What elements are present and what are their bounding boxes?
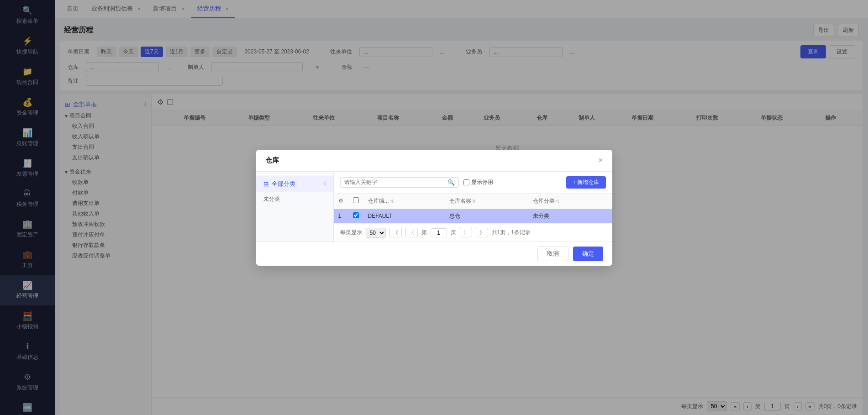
modal-overlay[interactable]: 仓库 × ⊞ 全部分类 《 未分类 xyxy=(0,0,868,415)
modal-pagination: 每页显示 50 《 〈 第 页 〉 》 共1页，1条记录 xyxy=(334,224,612,242)
modal-body: ⊞ 全部分类 《 未分类 🔍 显示停用 xyxy=(256,172,612,242)
modal-header: 仓库 × xyxy=(256,150,612,172)
modal-content: 🔍 显示停用 + 新增仓库 ⚙ xyxy=(334,172,612,242)
modal-page-label-2: 页 xyxy=(451,229,456,236)
modal-toolbar: 🔍 显示停用 + 新增仓库 xyxy=(334,172,612,194)
modal-grid-icon: ⊞ xyxy=(263,180,269,188)
add-warehouse-btn[interactable]: + 新增仓库 xyxy=(566,176,605,189)
modal-row-name: 总仓 xyxy=(445,209,528,223)
modal-warehouse-table: ⚙ 仓库编...⇅ 仓库名称⇅ 仓库分类⇅ xyxy=(334,194,612,224)
modal-cancel-btn[interactable]: 取消 xyxy=(537,247,568,261)
modal-col-checkbox xyxy=(348,194,363,209)
modal-search-input[interactable] xyxy=(344,179,445,185)
modal-page-size-label: 每页显示 xyxy=(340,229,362,236)
table-row[interactable]: 1 DEFAULT 总仓 未分类 xyxy=(334,209,612,223)
modal-sidebar-collapse-icon[interactable]: 《 xyxy=(321,180,326,187)
modal-col-settings: ⚙ xyxy=(334,194,348,209)
modal-total-text: 共1页，1条记录 xyxy=(492,229,531,236)
modal-first-page-btn[interactable]: 《 xyxy=(389,228,402,237)
modal-sidebar-uncategorized[interactable]: 未分类 xyxy=(256,192,333,207)
modal-close-btn[interactable]: × xyxy=(598,156,603,164)
warehouse-modal: 仓库 × ⊞ 全部分类 《 未分类 xyxy=(256,150,612,266)
search-box: 🔍 xyxy=(340,177,459,188)
name-sort-icon[interactable]: ⇅ xyxy=(472,199,476,204)
modal-sidebar: ⊞ 全部分类 《 未分类 xyxy=(256,172,334,242)
modal-select-all[interactable] xyxy=(353,197,359,203)
modal-last-page-btn[interactable]: 》 xyxy=(476,228,488,237)
code-sort-icon[interactable]: ⇅ xyxy=(390,199,394,204)
modal-next-page-btn[interactable]: 〉 xyxy=(460,228,472,237)
modal-row-code: DEFAULT xyxy=(363,209,445,223)
modal-footer-actions: 取消 确定 xyxy=(256,242,612,266)
show-disabled-label: 显示停用 xyxy=(463,179,493,186)
modal-title: 仓库 xyxy=(265,156,279,165)
modal-row-seq: 1 xyxy=(334,209,348,223)
modal-row-checkbox-cell xyxy=(348,209,363,223)
modal-sidebar-all-categories[interactable]: ⊞ 全部分类 《 xyxy=(256,176,333,192)
modal-col-code: 仓库编...⇅ xyxy=(363,194,445,209)
show-disabled-checkbox[interactable] xyxy=(463,179,469,185)
modal-page-size-select[interactable]: 50 xyxy=(366,228,386,238)
modal-row-category: 未分类 xyxy=(528,209,612,223)
modal-table-wrap: ⚙ 仓库编...⇅ 仓库名称⇅ 仓库分类⇅ xyxy=(334,194,612,224)
modal-confirm-btn[interactable]: 确定 xyxy=(573,247,603,261)
modal-prev-page-btn[interactable]: 〈 xyxy=(405,228,418,237)
modal-sidebar-scroll: 未分类 xyxy=(256,192,333,237)
modal-col-category: 仓库分类⇅ xyxy=(528,194,612,209)
modal-page-label: 第 xyxy=(421,229,427,236)
modal-row-checkbox[interactable] xyxy=(353,212,359,218)
modal-search-icon[interactable]: 🔍 xyxy=(447,179,455,186)
modal-col-name: 仓库名称⇅ xyxy=(445,194,528,209)
modal-page-input[interactable] xyxy=(431,228,447,237)
category-sort-icon[interactable]: ⇅ xyxy=(556,199,559,204)
